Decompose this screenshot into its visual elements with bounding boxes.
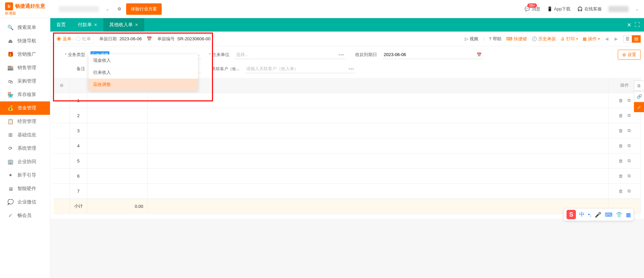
sidebar-item-doc[interactable]: 📋经营管理 — [0, 115, 50, 128]
row-index: 1 — [70, 93, 87, 108]
table-row[interactable]: 4🗑⧉ — [54, 138, 641, 153]
settings-button[interactable]: ⚙设置 — [618, 50, 641, 60]
sidebar-item-search[interactable]: 🔍搜索菜单 — [0, 21, 50, 34]
view-card-icon[interactable]: ▤ — [632, 35, 641, 43]
delete-row-icon[interactable]: 🗑 — [619, 174, 623, 179]
tab-close-icon[interactable]: ✕ — [135, 22, 138, 27]
print-link[interactable]: 🖨打印▾ — [560, 36, 578, 42]
tab[interactable]: 付款单✕ — [72, 18, 103, 32]
copy-row-icon[interactable]: ⧉ — [628, 143, 631, 148]
sidebar-item-home[interactable]: ⏏快捷导航 — [0, 34, 50, 48]
system-icon: 🖥 — [7, 186, 13, 192]
radio-blue[interactable]: 蓝单 — [57, 36, 71, 42]
sidebar-item-shop[interactable]: 🏬销售管理 — [0, 61, 50, 75]
calendar-icon[interactable]: 📅 — [477, 52, 482, 57]
sidebar-item-star[interactable]: ✦新手引导 — [0, 169, 50, 182]
unit-input[interactable] — [235, 50, 345, 59]
sidebar-item-label: 新手引导 — [17, 172, 36, 178]
sidebar-item-grid[interactable]: ⊞基础信息 — [0, 128, 50, 142]
ime-toolbox-icon[interactable]: ▦ — [626, 212, 631, 218]
ime-lang[interactable]: 中 — [579, 211, 585, 218]
sidebar-item-v[interactable]: ✓畅会员 — [0, 209, 50, 222]
video-help[interactable]: ▷视频 — [465, 36, 478, 42]
org-dropdown-icon[interactable]: ⌄ — [106, 6, 109, 11]
table-row[interactable]: 2🗑⧉ — [54, 108, 641, 123]
tab-expand-icon[interactable]: ⛶ — [635, 22, 640, 28]
biz-type-dropdown[interactable]: 现金收入往来收入应收调整 — [89, 54, 198, 91]
sidebar-item-loop[interactable]: ⟳系统管理 — [0, 142, 50, 155]
tab-close-all-icon[interactable]: ✕ — [627, 22, 631, 28]
table-row[interactable]: 6🗑⧉ — [54, 169, 641, 184]
action-link[interactable]: ▦操作▾ — [583, 36, 600, 42]
dropdown-option[interactable]: 应收调整 — [89, 79, 198, 91]
table-settings-icon[interactable]: ⚙ — [54, 78, 70, 93]
headset-icon: 🎧 — [577, 6, 583, 11]
table-row[interactable]: 1🗑⧉ — [54, 93, 641, 108]
copy-row-icon[interactable]: ⧉ — [628, 128, 631, 133]
sidebar-item-msg[interactable]: 💭企业微信 — [0, 195, 50, 209]
view-list-icon[interactable]: ☰ — [623, 35, 632, 43]
user-name-blurred[interactable] — [608, 6, 629, 12]
sidebar-item-piggy[interactable]: 💰资金管理 — [0, 101, 50, 115]
related-field[interactable]: ••• — [245, 64, 356, 73]
sidebar-item-bldg[interactable]: 🏢企业协同 — [0, 155, 50, 169]
ime-keyboard-icon[interactable]: ⌨ — [605, 212, 612, 218]
user-dropdown-icon[interactable]: ⌄ — [635, 6, 639, 11]
ime-mic-icon[interactable]: 🎤 — [595, 212, 601, 218]
cta-button[interactable]: 体验行业方案 — [126, 3, 162, 15]
next-doc-icon[interactable]: ▶ — [614, 36, 619, 41]
copy-row-icon[interactable]: ⧉ — [628, 188, 631, 194]
tab[interactable]: 其他收入单✕ — [103, 18, 144, 32]
tab-close-icon[interactable]: ✕ — [94, 22, 97, 27]
sidebar-item-store[interactable]: 🏪库存核算 — [0, 88, 50, 101]
ime-toolbar[interactable]: S 中 •, 🎤 ⌨ 👕 ▦ — [564, 208, 634, 221]
chevron-down-icon: ▾ — [598, 37, 600, 41]
sidebar-item-system[interactable]: 🖥智能硬件 — [0, 182, 50, 195]
grid-icon: ⊞ — [7, 132, 13, 138]
doc-date-value[interactable]: 2023-06-06 — [119, 36, 142, 41]
shortcut-link[interactable]: ⌨快捷键 — [506, 36, 527, 42]
bldg-icon: 🏢 — [7, 159, 13, 165]
prev-doc-icon[interactable]: ◀ — [604, 36, 609, 41]
sidebar-item-bag[interactable]: 🛍采购管理 — [0, 75, 50, 88]
history-icon: 🕘 — [532, 36, 537, 41]
copy-row-icon[interactable]: ⧉ — [628, 98, 631, 103]
top-right: 99+ 💬 消息 📱 App下载 🎧 在线客服 ⌄ — [525, 6, 639, 12]
delete-row-icon[interactable]: 🗑 — [619, 143, 623, 148]
dropdown-option[interactable]: 现金收入 — [89, 54, 198, 66]
app-download-link[interactable]: 📱 App下载 — [547, 6, 571, 12]
delete-row-icon[interactable]: 🗑 — [619, 128, 623, 133]
due-date-field[interactable]: 📅 — [382, 50, 483, 59]
table-row[interactable]: 5🗑⧉ — [54, 153, 641, 169]
table-row[interactable]: 3🗑⧉ — [54, 123, 641, 138]
table-row[interactable]: 7🗑⧉ — [54, 184, 641, 199]
online-service-link[interactable]: 🎧 在线客服 — [577, 6, 602, 12]
more-icon[interactable]: ••• — [348, 66, 354, 72]
delete-row-icon[interactable]: 🗑 — [619, 158, 623, 164]
tab[interactable]: 首页 — [50, 18, 72, 32]
delete-row-icon[interactable]: 🗑 — [619, 113, 623, 118]
copy-row-icon[interactable]: ⧉ — [628, 158, 631, 164]
ime-skin-icon[interactable]: 👕 — [616, 212, 623, 218]
copy-row-icon[interactable]: ⧉ — [628, 113, 631, 118]
dropdown-option[interactable]: 往来收入 — [89, 66, 198, 79]
delete-row-icon[interactable]: 🗑 — [619, 189, 623, 194]
messages-link[interactable]: 99+ 💬 消息 — [525, 6, 540, 12]
copy-row-icon[interactable]: ⧉ — [628, 173, 631, 179]
history-link[interactable]: 🕘历史单据 — [532, 36, 556, 42]
sidebar-item-gift[interactable]: 🎁营销推广 — [0, 48, 50, 61]
related-input[interactable] — [245, 64, 356, 73]
ime-punct-icon[interactable]: •, — [588, 212, 591, 218]
delete-row-icon[interactable]: 🗑 — [619, 98, 623, 103]
help-link[interactable]: ?帮助 — [489, 36, 501, 42]
rs-tab-note-icon[interactable]: 🗎 — [634, 81, 644, 91]
settings-icon[interactable]: ⚙ — [117, 6, 121, 11]
unit-select[interactable]: ••• — [235, 50, 345, 59]
more-icon[interactable]: ••• — [338, 52, 344, 57]
rs-tab-attach-icon[interactable]: 🔗 — [634, 91, 644, 101]
help-icon: ? — [489, 36, 491, 41]
rs-tab-expand-icon[interactable]: ⤢ — [634, 102, 644, 112]
radio-red[interactable]: 红单 — [76, 36, 91, 42]
calendar-icon[interactable]: 📅 — [147, 36, 152, 41]
due-date-input[interactable] — [382, 50, 483, 59]
